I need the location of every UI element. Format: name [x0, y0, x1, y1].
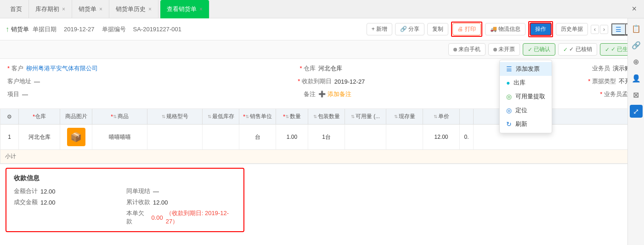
- address-field: 客户地址 —: [7, 77, 287, 85]
- total-item: 金额合计 12.00: [14, 187, 124, 195]
- customer-value[interactable]: 柳州粤港平安气体有限公司: [26, 64, 98, 73]
- td-row-num: 1: [0, 125, 19, 149]
- th-setting: ⚙: [0, 109, 19, 124]
- tab-view-sales-label: 查看销货单: [167, 5, 197, 13]
- action-bar: 来自手机 未开票 ✓ 已确认 ✓ ✓ 已核销 ✓ ✓ 已生效: [0, 40, 644, 59]
- sidebar-user-icon[interactable]: 👤: [630, 72, 643, 85]
- from-phone-button[interactable]: 来自手机: [448, 43, 486, 56]
- add-invoice-icon: ☰: [506, 65, 512, 73]
- td-spec: [147, 125, 203, 149]
- customer-field: 客户 柳州粤港平安气体有限公司: [7, 64, 289, 73]
- avail-extract-label: 可用量提取: [515, 92, 545, 101]
- warehouse-value: 河北仓库: [318, 64, 342, 73]
- toolbar-right: + 新增 🔗 分享 复制 🖨 打印 🚚 物流信息 操作 历史单据 ‹ › ☰ ⊞: [367, 21, 638, 37]
- dropdown-locate[interactable]: ◎ 定位: [500, 103, 552, 117]
- dropdown-add-invoice[interactable]: ☰ 添加发票: [500, 62, 552, 76]
- cancelled-button[interactable]: ✓ ✓ 已核销: [558, 43, 597, 56]
- from-phone-label: 来自手机: [458, 46, 480, 53]
- tab-inventory[interactable]: 库存期初 ×: [29, 0, 72, 18]
- owed-value: 0.00: [151, 214, 163, 221]
- cumulative-value: 12.00: [153, 199, 168, 206]
- warehouse-label: 仓库: [300, 64, 316, 73]
- tab-home[interactable]: 首页: [4, 0, 29, 18]
- same-order-value: —: [153, 188, 159, 195]
- prev-button[interactable]: ‹: [591, 25, 599, 34]
- th-spec: ⇅规格型号: [147, 109, 203, 124]
- project-field: 项目 —: [7, 90, 293, 98]
- th-extra: [460, 109, 474, 124]
- total-label: 金额合计: [14, 187, 38, 195]
- add-invoice-label: 添加发票: [516, 65, 540, 73]
- history-button[interactable]: 历史单据: [556, 23, 588, 35]
- tab-sales-close[interactable]: ×: [99, 6, 102, 12]
- th-pack-qty: ⇅包装数量: [308, 109, 345, 124]
- dropdown-avail-extract[interactable]: ◎ 可用量提取: [500, 90, 552, 103]
- window-close-button[interactable]: ×: [628, 4, 640, 14]
- address-label: 客户地址: [7, 77, 31, 85]
- next-button[interactable]: ›: [600, 25, 608, 34]
- tab-history[interactable]: 销货单历史 ×: [109, 0, 158, 18]
- note-add-button[interactable]: ➕ 添加备注: [318, 90, 351, 98]
- operation-dropdown: ☰ 添加发票 ● 出库 ◎ 可用量提取 ◎ 定位 ↻ 刷新: [499, 60, 552, 133]
- tab-inventory-label: 库存期初: [35, 5, 59, 13]
- th-price: ⇅单价: [423, 109, 460, 124]
- date-value: 2019-12-27: [64, 26, 95, 33]
- th-qty: ⇅数量: [276, 109, 308, 124]
- document-area: ↑ 销货单 单据日期 2019-12-27 单据编号 SA-20191227-0…: [0, 18, 644, 245]
- sidebar-plus-icon[interactable]: ⊕: [630, 55, 643, 68]
- td-qty: 1.00: [276, 125, 308, 149]
- th-stock: ⇅现存量: [386, 109, 423, 124]
- copy-button[interactable]: 复制: [427, 23, 448, 35]
- dropdown-outbound[interactable]: ● 出库: [500, 76, 552, 90]
- confirmed-button[interactable]: ✓ 已确认: [523, 43, 555, 56]
- tab-view-sales-close[interactable]: ×: [199, 6, 203, 12]
- td-stock: [386, 125, 423, 149]
- td-extra: 0.: [460, 125, 474, 149]
- td-pack-qty: 1台: [308, 125, 345, 149]
- dropdown-refresh[interactable]: ↻ 刷新: [500, 117, 552, 131]
- td-avail: [345, 125, 386, 149]
- operation-button[interactable]: 操作: [530, 23, 552, 36]
- share-button[interactable]: 🔗 分享: [395, 23, 424, 35]
- td-sales-unit: 台: [239, 125, 276, 149]
- outbound-icon: ●: [506, 79, 510, 86]
- sidebar-expand-icon[interactable]: ⤢: [630, 105, 643, 118]
- tab-home-label: 首页: [10, 5, 22, 13]
- tab-inventory-close[interactable]: ×: [62, 6, 65, 12]
- subtotal-label: 小计: [0, 150, 21, 163]
- owed-note: （收款到期日: 2019-12-27）: [166, 209, 236, 226]
- tab-bar: 首页 库存期初 × 销货单 × 销货单历史 × 查看销货单 × ×: [0, 0, 644, 18]
- confirmed-label: 已确认: [534, 46, 550, 53]
- print-button[interactable]: 🖨 打印: [452, 23, 480, 35]
- table-subtotal-row: 小计: [0, 150, 644, 164]
- tab-history-close[interactable]: ×: [148, 6, 152, 12]
- project-value: —: [22, 91, 28, 98]
- effected-check: ✓: [605, 46, 610, 53]
- not-open-dot: [493, 48, 497, 51]
- owed-label: 本单欠款: [126, 209, 148, 226]
- toolbar-left: ↑ 销货单 单据日期 2019-12-27 单据编号 SA-20191227-0…: [6, 25, 365, 34]
- note-label: 备注: [304, 90, 316, 98]
- td-product: 嘻嘻嘻嘻: [92, 125, 147, 149]
- operation-highlight: 操作: [528, 21, 553, 37]
- list-view-button[interactable]: ☰: [611, 23, 625, 35]
- th-image: 商品图片: [60, 109, 92, 124]
- locate-icon: ◎: [506, 107, 512, 114]
- product-image: 📦: [67, 128, 85, 146]
- tab-history-label: 销货单历史: [116, 5, 146, 13]
- th-sales-unit: ⇅销售单位: [239, 109, 276, 124]
- tab-sales[interactable]: 销货单 ×: [72, 0, 109, 18]
- project-label: 项目: [7, 90, 19, 98]
- doc-meta: 单据日期 2019-12-27 单据编号 SA-20191227-001: [33, 25, 181, 34]
- tab-view-sales[interactable]: 查看销货单 ×: [160, 0, 209, 18]
- salesperson-label: 业务员孟: [600, 90, 628, 98]
- not-open-button[interactable]: 未开票: [488, 43, 520, 56]
- sidebar-doc-icon[interactable]: 📋: [630, 22, 643, 35]
- logistics-button[interactable]: 🚚 物流信息: [485, 23, 525, 35]
- sidebar-link-icon[interactable]: 🔗: [630, 39, 643, 51]
- new-button[interactable]: + 新增: [367, 23, 392, 35]
- locate-label: 定位: [515, 106, 527, 114]
- doc-type: ↑ 销货单: [6, 25, 29, 34]
- toolbar: ↑ 销货单 单据日期 2019-12-27 单据编号 SA-20191227-0…: [0, 18, 644, 40]
- sidebar-grid-icon[interactable]: ⊠: [630, 88, 643, 101]
